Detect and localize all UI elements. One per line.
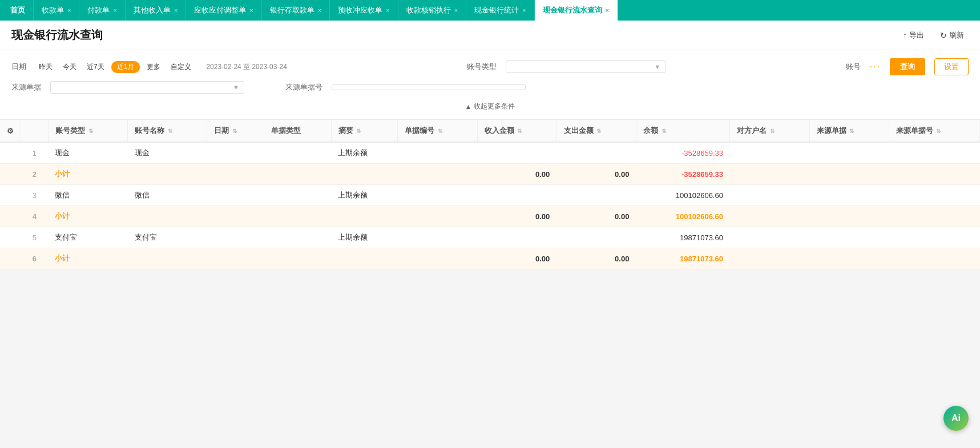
col-source-doc[interactable]: 来源单据 ⇅ — [809, 120, 889, 142]
row-date — [207, 164, 264, 185]
row-account-name: 现金 — [128, 142, 207, 164]
account-type-select[interactable]: ▼ — [506, 60, 666, 73]
date-opt-7days[interactable]: 近7天 — [83, 61, 108, 73]
data-table: ⚙ 账号类型 ⇅ 账号名称 ⇅ 日期 ⇅ 单据类型 摘要 ⇅ 单据编号 ⇅ 收入… — [0, 120, 980, 269]
row-expense — [556, 185, 636, 206]
row-source-doc — [809, 206, 889, 227]
account-ellipsis-button[interactable]: ··· — [870, 62, 881, 72]
row-account-type: 支付宝 — [48, 227, 127, 248]
date-filter-label: 日期 — [11, 62, 26, 72]
top-nav: 首页 收款单 × 付款单 × 其他收入单 × 应收应付调整单 × 银行存取款单 … — [0, 0, 980, 21]
nav-home-label: 首页 — [10, 5, 25, 15]
row-source-doc — [809, 227, 889, 248]
source-doc-no-input[interactable] — [332, 84, 526, 90]
setting-button[interactable]: 设置 — [934, 58, 969, 75]
col-counterparty[interactable]: 对方户名 ⇅ — [730, 120, 809, 142]
row-summary — [331, 248, 398, 269]
date-opt-custom[interactable]: 自定义 — [167, 61, 195, 73]
refresh-label: 刷新 — [949, 30, 964, 41]
source-doc-select[interactable]: ▼ — [50, 81, 244, 94]
row-date — [207, 227, 264, 248]
nav-yushouchong[interactable]: 预收冲应收单 × — [330, 0, 398, 21]
close-fukuan-icon[interactable]: × — [113, 7, 116, 14]
date-opt-more[interactable]: 更多 — [143, 61, 164, 73]
close-yingshouyingfu-icon[interactable]: × — [249, 7, 253, 14]
nav-shoukuan[interactable]: 收款单 × — [34, 0, 79, 21]
row-doc-type — [264, 164, 331, 185]
row-index: 3 — [21, 185, 49, 206]
row-account-name — [128, 248, 207, 269]
date-opt-yesterday[interactable]: 昨天 — [35, 61, 56, 73]
col-income[interactable]: 收入金额 ⇅ — [477, 120, 556, 142]
collapse-button[interactable]: ▲ 收起更多条件 — [11, 99, 969, 114]
table-container: ⚙ 账号类型 ⇅ 账号名称 ⇅ 日期 ⇅ 单据类型 摘要 ⇅ 单据编号 ⇅ 收入… — [0, 120, 980, 269]
row-gear — [0, 227, 21, 248]
refresh-icon: ↻ — [940, 31, 947, 40]
close-shoukuan-icon[interactable]: × — [67, 7, 71, 14]
row-income — [477, 185, 556, 206]
table-row: 2 小计 0.00 0.00 -3528659.33 — [0, 164, 980, 185]
nav-yingshouyingfu[interactable]: 应收应付调整单 × — [186, 0, 261, 21]
row-counterparty — [730, 142, 809, 164]
query-button[interactable]: 查询 — [890, 58, 925, 75]
date-opt-today[interactable]: 今天 — [59, 61, 80, 73]
nav-fukuan[interactable]: 付款单 × — [79, 0, 125, 21]
col-gear[interactable]: ⚙ — [0, 120, 21, 142]
row-account-type: 微信 — [48, 185, 127, 206]
row-income: 0.00 — [477, 164, 556, 185]
col-doc-type: 单据类型 — [264, 120, 331, 142]
col-account-type[interactable]: 账号类型 ⇅ — [48, 120, 127, 142]
col-expense[interactable]: 支出金额 ⇅ — [556, 120, 636, 142]
row-source-doc-no — [889, 206, 979, 227]
row-doc-no — [398, 185, 477, 206]
row-index: 1 — [21, 142, 49, 164]
date-opt-1month[interactable]: 近1月 — [111, 61, 140, 73]
close-yushouchong-icon[interactable]: × — [386, 7, 389, 14]
row-balance: 100102606.60 — [636, 206, 730, 227]
nav-qitashouru[interactable]: 其他收入单 × — [126, 0, 186, 21]
col-balance[interactable]: 余额 ⇅ — [636, 120, 730, 142]
row-expense: 0.00 — [556, 248, 636, 269]
col-date[interactable]: 日期 ⇅ — [207, 120, 264, 142]
row-income — [477, 227, 556, 248]
row-doc-no — [398, 248, 477, 269]
row-source-doc-no — [889, 227, 979, 248]
export-button[interactable]: ↑ 导出 — [898, 28, 929, 43]
row-source-doc-no — [889, 185, 979, 206]
nav-yinhangcunqu[interactable]: 银行存取款单 × — [262, 0, 330, 21]
col-doc-no[interactable]: 单据编号 ⇅ — [398, 120, 477, 142]
row-expense: 0.00 — [556, 206, 636, 227]
source-doc-no-label: 来源单据号 — [285, 82, 322, 92]
row-doc-no — [398, 142, 477, 164]
row-date — [207, 185, 264, 206]
close-qitashouru-icon[interactable]: × — [174, 7, 178, 14]
row-counterparty — [730, 164, 809, 185]
row-source-doc — [809, 164, 889, 185]
row-source-doc — [809, 248, 889, 269]
row-balance: 19871073.60 — [636, 248, 730, 269]
row-income — [477, 142, 556, 164]
table-body: 1 现金 现金 上期余额 -3528659.33 2 小计 0.00 0.00 … — [0, 142, 980, 269]
row-counterparty — [730, 248, 809, 269]
row-account-type: 小计 — [48, 206, 127, 227]
nav-shoukuanhexiao[interactable]: 收款核销执行 × — [398, 0, 466, 21]
col-source-doc-no[interactable]: 来源单据号 ⇅ — [889, 120, 979, 142]
nav-liushui[interactable]: 现金银行流水查询 × — [535, 0, 618, 21]
row-doc-type — [264, 248, 331, 269]
source-doc-chevron-icon: ▼ — [233, 84, 239, 91]
row-expense: 0.00 — [556, 164, 636, 185]
close-shoukuanhexiao-icon[interactable]: × — [454, 7, 458, 14]
row-date — [207, 142, 264, 164]
table-row: 1 现金 现金 上期余额 -3528659.33 — [0, 142, 980, 164]
export-label: 导出 — [909, 30, 924, 41]
collapse-up-icon: ▲ — [465, 103, 472, 111]
nav-home[interactable]: 首页 — [2, 0, 34, 21]
col-summary[interactable]: 摘要 ⇅ — [331, 120, 398, 142]
close-liushui-icon[interactable]: × — [606, 7, 609, 14]
close-yinhangcunqu-icon[interactable]: × — [318, 7, 321, 14]
refresh-button[interactable]: ↻ 刷新 — [935, 28, 969, 43]
nav-xianjintongji[interactable]: 现金银行统计 × — [466, 0, 534, 21]
col-account-name[interactable]: 账号名称 ⇅ — [128, 120, 207, 142]
close-xianjintongji-icon[interactable]: × — [522, 7, 526, 14]
row-balance: -3528659.33 — [636, 142, 730, 164]
